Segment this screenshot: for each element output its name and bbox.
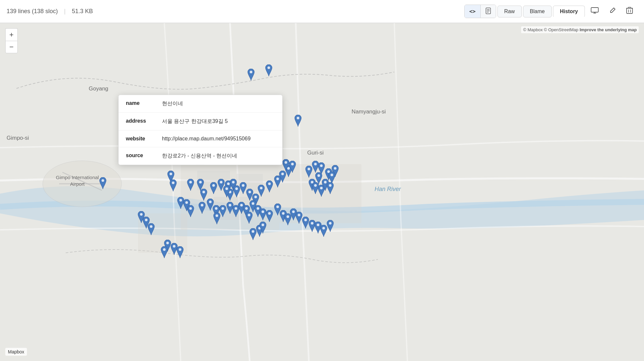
svg-rect-9	[628, 7, 631, 8]
map-pin[interactable]	[258, 222, 267, 233]
svg-point-51	[317, 174, 320, 177]
zoom-out-button[interactable]: −	[5, 41, 18, 53]
popup-value: http://place.map.daum.net/949515069	[155, 131, 282, 147]
edit-button[interactable]	[605, 5, 620, 18]
popup-table: name현선이네address서울 용산구 한강대로39길 5websiteht…	[119, 95, 282, 165]
svg-point-72	[248, 214, 250, 216]
popup-key: website	[119, 131, 155, 147]
svg-point-88	[145, 219, 148, 221]
popup-value: 현선이네	[155, 95, 282, 113]
map-attribution: © Mapbox © OpenStreetMap Improve the und…	[521, 26, 639, 33]
svg-point-75	[262, 210, 264, 213]
improve-map-link[interactable]: Improve the underlying map	[580, 27, 637, 32]
toolbar-right: <> Raw Blame History	[464, 4, 637, 19]
svg-point-39	[248, 191, 251, 193]
svg-point-38	[242, 184, 244, 187]
svg-point-62	[189, 207, 192, 210]
popup-value: 한강로2가 - 신용산역 - 현선이네	[155, 147, 282, 165]
file-info: 139 lines (138 sloc) | 51.3 KB	[7, 8, 464, 15]
svg-point-91	[262, 224, 264, 226]
svg-point-61	[185, 201, 188, 204]
svg-point-56	[314, 184, 317, 187]
svg-point-83	[311, 222, 313, 225]
svg-point-44	[281, 173, 284, 175]
popup-value: 서울 용산구 한강대로39길 5	[155, 113, 282, 131]
svg-point-65	[215, 207, 218, 210]
popup-row: websitehttp://place.map.daum.net/9495150…	[119, 131, 282, 147]
doc-view-button[interactable]	[481, 5, 496, 18]
map-pin[interactable]	[326, 220, 335, 232]
svg-point-46	[285, 161, 287, 164]
svg-point-47	[291, 163, 294, 165]
svg-point-22	[250, 71, 252, 73]
svg-point-82	[304, 219, 307, 221]
pencil-icon	[609, 7, 616, 15]
svg-point-60	[179, 199, 182, 202]
svg-point-92	[252, 230, 254, 233]
map-pin[interactable]	[197, 202, 207, 214]
map-pin[interactable]	[246, 69, 256, 81]
map-pin[interactable]	[160, 246, 169, 258]
raw-button[interactable]: Raw	[497, 6, 522, 17]
svg-point-27	[172, 181, 174, 184]
view-mode-group: <>	[464, 5, 496, 18]
file-size: 51.3 KB	[72, 8, 93, 14]
code-view-button[interactable]: <>	[465, 5, 480, 18]
map-pin[interactable]	[186, 205, 195, 217]
zoom-controls: + −	[5, 28, 18, 53]
map-pin[interactable]	[244, 212, 254, 224]
map-pin[interactable]	[248, 228, 258, 240]
blame-button[interactable]: Blame	[523, 6, 552, 17]
display-icon-button[interactable]	[586, 5, 603, 18]
popup-key: name	[119, 95, 155, 113]
svg-point-94	[173, 245, 175, 248]
svg-point-85	[322, 227, 325, 229]
svg-point-37	[235, 187, 238, 190]
svg-point-26	[170, 173, 172, 175]
svg-point-50	[320, 164, 323, 167]
svg-point-36	[225, 187, 228, 190]
svg-point-67	[221, 207, 224, 210]
svg-point-49	[314, 163, 317, 165]
map-pin[interactable]	[222, 185, 231, 197]
svg-point-68	[229, 204, 231, 206]
zoom-in-button[interactable]: +	[5, 28, 18, 41]
map-pin[interactable]	[265, 180, 274, 192]
delete-button[interactable]	[622, 4, 637, 19]
svg-point-53	[334, 167, 336, 170]
svg-point-64	[209, 201, 212, 203]
map-pin[interactable]	[175, 246, 185, 258]
svg-point-41	[260, 187, 263, 189]
map-pin[interactable]	[265, 210, 274, 222]
popup-row: source한강로2가 - 신용산역 - 현선이네	[119, 147, 282, 165]
map-container[interactable]: Goyang Gimpo-si Gimpo InternationalAirpo…	[0, 23, 644, 361]
map-pin[interactable]	[326, 182, 335, 194]
doc-icon	[485, 8, 491, 15]
map-pin[interactable]	[98, 177, 107, 189]
location-popup: name현선이네address서울 용산구 한강대로39길 5websiteht…	[118, 95, 283, 165]
map-pin[interactable]	[293, 115, 303, 127]
map-pin[interactable]	[186, 179, 195, 191]
popup-row: address서울 용산구 한강대로39길 5	[119, 113, 282, 131]
file-lines: 139 lines (138 sloc)	[7, 8, 58, 14]
map-pin[interactable]	[169, 180, 178, 191]
popup-key: address	[119, 113, 155, 131]
svg-point-95	[179, 248, 181, 251]
display-icon	[591, 7, 599, 15]
svg-point-89	[150, 225, 152, 228]
svg-point-54	[331, 174, 333, 176]
svg-point-96	[163, 248, 166, 251]
svg-point-86	[329, 222, 332, 225]
svg-point-29	[199, 181, 202, 183]
svg-point-73	[252, 202, 254, 205]
history-button[interactable]: History	[553, 6, 585, 17]
map-pin[interactable]	[288, 161, 297, 173]
svg-point-25	[102, 179, 104, 182]
svg-point-28	[189, 181, 192, 183]
map-pin[interactable]	[264, 64, 273, 76]
map-pin[interactable]	[147, 223, 156, 235]
svg-point-42	[268, 182, 271, 185]
svg-point-76	[268, 212, 271, 215]
separator: |	[64, 8, 66, 14]
map-pin[interactable]	[257, 185, 266, 197]
